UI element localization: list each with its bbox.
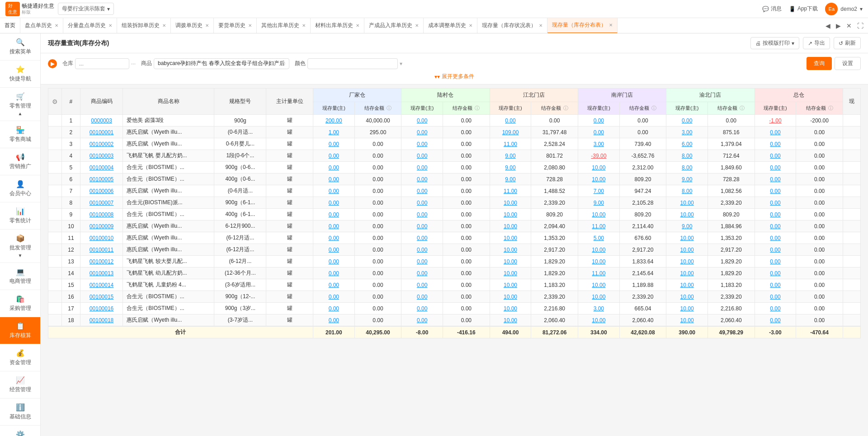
close-icon[interactable]: ✕ — [415, 23, 419, 28]
cell-name: 飞鹤星飞帆 幼儿配方奶... — [123, 267, 214, 279]
info-icon[interactable]: ⓘ — [740, 105, 745, 111]
refresh-btn[interactable]: ↺ 刷新 — [834, 37, 861, 49]
close-icon[interactable]: ✕ — [205, 23, 209, 28]
cell-extra — [843, 314, 860, 327]
warehouse-input[interactable] — [75, 58, 129, 69]
info-icon[interactable]: ⓘ — [387, 105, 392, 111]
finance-icon: 💰 — [16, 349, 25, 357]
close-icon[interactable]: ✕ — [302, 23, 306, 28]
sidebar-item-basic[interactable]: ℹ️ 基础信息 — [0, 398, 40, 426]
print-btn[interactable]: 🖨 按模版打印 ▾ — [750, 37, 799, 49]
sidebar-item-marketing[interactable]: 📢 营销推广 — [0, 148, 40, 175]
tab-xianzai1[interactable]: 现存量（库存状况表）✕ — [477, 18, 547, 33]
tab-home[interactable]: 首页 — [0, 18, 20, 33]
cell-name: 惠氏启赋（Wyeth illu... — [123, 138, 214, 150]
close-icon[interactable]: ✕ — [539, 23, 542, 28]
cell-zc-bal: 0.00 — [796, 232, 843, 244]
gear-btn[interactable]: ⚙ — [52, 98, 58, 105]
cell-zc-bal: 0.00 — [796, 209, 843, 220]
cell-no: 6 — [62, 173, 80, 185]
sidebar-item-nav[interactable]: ⭐ 快捷导航 — [0, 61, 40, 88]
setting-btn[interactable]: 设置 — [835, 57, 861, 70]
export-btn[interactable]: ↗ 导出 — [803, 37, 830, 49]
tab-xianzai2[interactable]: 现存量（库存分布表）✕ — [547, 18, 618, 33]
th-index: # — [62, 89, 80, 115]
message-btn[interactable]: 💬 消息 — [762, 5, 782, 13]
expand-more-btn[interactable]: ▾▾ 展开更多条件 — [434, 73, 474, 80]
tab-zu-history[interactable]: 组装拆卸单历史 ✕ — [117, 18, 171, 33]
chevron-down-icon: ▾ — [792, 40, 794, 47]
close-icon[interactable]: ✕ — [55, 23, 58, 28]
cell-settings — [48, 127, 62, 138]
cell-zc-cur: 0.00 — [755, 209, 796, 220]
tab-dian-history[interactable]: 盘点单历史 ✕ — [20, 18, 63, 33]
cell-jb-cur: 9.00 — [490, 162, 531, 173]
sidebar-item-management[interactable]: 📈 经营管理 — [0, 371, 40, 398]
tab-qita-history[interactable]: 其他出库单历史 ✕ — [257, 18, 311, 33]
tab-fen-history[interactable]: 分量盘点单历史 ✕ — [63, 18, 117, 33]
tab-chanpin-history[interactable]: 产成品入库单历史 ✕ — [364, 18, 424, 33]
purchase-icon: 🛍️ — [16, 295, 25, 303]
sidebar-item-inventory[interactable]: 📋 库存核算 — [0, 317, 40, 344]
cell-jb-bal: 1,829.20 — [531, 267, 578, 279]
cell-jb-cur: 11.00 — [490, 185, 531, 197]
sidebar-item-search[interactable]: 🔍 搜索英单 — [0, 33, 40, 61]
cell-zc-bal: 0.00 — [796, 244, 843, 256]
sidebar-item-retail[interactable]: 🛒 零售管理 ▲ — [0, 88, 40, 121]
tab-cailiao-history[interactable]: 材料出库单历史 ✕ — [311, 18, 364, 33]
cell-settings — [48, 220, 62, 232]
info-icon[interactable]: ⓘ — [563, 105, 568, 111]
close-icon[interactable]: ✕ — [248, 23, 252, 28]
cell-jb-bal: 728.28 — [531, 173, 578, 185]
cell-zc-cur: 0.00 — [755, 185, 796, 197]
search-btn[interactable]: 查询 — [807, 57, 832, 70]
cell-code: 00100008 — [80, 209, 123, 220]
app-download-btn[interactable]: 📱 App下载 — [789, 5, 818, 13]
product-input[interactable] — [154, 58, 289, 69]
close-icon[interactable]: ✕ — [162, 23, 166, 28]
footer-cf-bal: 40,295.00 — [354, 326, 401, 338]
tab-close-all-btn[interactable]: ✕ — [844, 21, 854, 30]
table-row: 18 00100018 惠氏启赋（Wyeth illu... (3-7岁适...… — [48, 314, 861, 327]
cell-jb-cur: 10.00 — [490, 256, 531, 267]
info-icon[interactable]: ⓘ — [828, 105, 833, 111]
close-icon[interactable]: ✕ — [609, 23, 613, 28]
tab-expand-btn[interactable]: ⛶ — [855, 21, 865, 30]
sidebar-item-ecommerce[interactable]: 💻 电商管理 — [0, 263, 40, 290]
cell-na-bal: 2,105.28 — [619, 197, 666, 209]
sidebar-item-retail-stat[interactable]: 📊 零售统计 — [0, 202, 40, 230]
cell-cf-bal: 0.00 — [354, 314, 401, 327]
cell-na-bal: 0.00 — [619, 115, 666, 127]
tab-next-btn[interactable]: ▶ — [834, 21, 843, 30]
store-selector[interactable]: 母婴行业演示陈套 ▾ — [58, 3, 114, 15]
cell-spec: (3-7岁适... — [214, 314, 266, 327]
cell-code: 00100015 — [80, 291, 123, 303]
tab-prev-btn[interactable]: ◀ — [824, 21, 832, 30]
sidebar-item-finance[interactable]: 💰 资金管理 — [0, 344, 40, 371]
info-icon[interactable]: ⓘ — [475, 105, 480, 111]
sidebar-item-retail-store[interactable]: 🏪 零售商城 — [0, 121, 40, 148]
cell-settings — [48, 162, 62, 173]
close-icon[interactable]: ✕ — [469, 23, 472, 28]
color-input[interactable] — [307, 58, 398, 69]
close-icon[interactable]: ✕ — [108, 23, 112, 28]
tab-tiao-history[interactable]: 调拨单历史 ✕ — [171, 18, 214, 33]
cell-cf-bal: 0.00 — [354, 162, 401, 173]
collapse-filter-btn[interactable]: ▶ — [48, 59, 57, 68]
sidebar-item-wholesale[interactable]: 📦 批发管理 ▼ — [0, 230, 40, 263]
th-unit: 主计量单位 — [266, 89, 313, 115]
sidebar-item-system[interactable]: ⚙️ 系统管理 — [0, 426, 40, 436]
th-spec: 规格型号 — [214, 89, 266, 115]
info-icon[interactable]: ⓘ — [651, 105, 656, 111]
sidebar-item-member[interactable]: 👤 会员中心 — [0, 175, 40, 202]
cell-no: 14 — [62, 267, 80, 279]
table-row: 9 00100008 合生元（BIOSTIME）... 400g（6-1... … — [48, 209, 861, 220]
cell-lc-bal: 0.00 — [443, 162, 490, 173]
tab-chengben-history[interactable]: 成本调整单历史 ✕ — [424, 18, 477, 33]
close-icon[interactable]: ✕ — [356, 23, 359, 28]
cell-unit: 罐 — [266, 291, 313, 303]
tab-yao-history[interactable]: 要货单历史 ✕ — [214, 18, 257, 33]
sidebar-item-purchase[interactable]: 🛍️ 采购管理 — [0, 290, 40, 317]
user-menu[interactable]: Ea demo2 ▾ — [825, 3, 863, 15]
tabs-nav: ◀ ▶ ✕ ⛶ — [821, 21, 868, 30]
